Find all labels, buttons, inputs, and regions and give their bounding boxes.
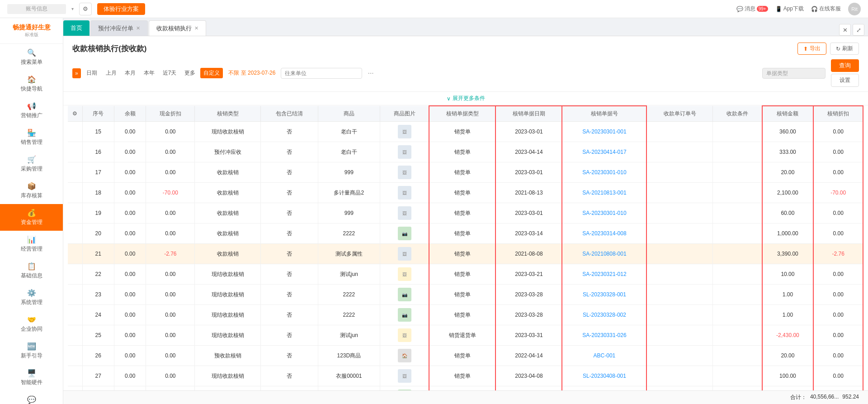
cell-cancel-bill-no[interactable]: SA-20210813-001 — [562, 183, 646, 203]
cell-cancel-discount: 0.00 — [813, 264, 863, 285]
bill-no-link[interactable]: SA-20230414-017 — [582, 149, 626, 155]
online-service-btn[interactable]: 🎧 在线客服 — [811, 5, 841, 13]
dropdown-arrow-icon[interactable]: ▾ — [71, 6, 74, 11]
cell-settings — [68, 162, 82, 183]
cell-receipt-order — [646, 244, 712, 264]
cell-idx: 21 — [82, 244, 114, 264]
cell-cancel-bill-no[interactable]: SL-20230328-002 — [562, 305, 646, 325]
query-btn[interactable]: 查询 — [831, 59, 859, 72]
cell-receipt-order — [646, 122, 712, 142]
cell-cancel-bill-no[interactable]: SA-20230321-012 — [562, 264, 646, 285]
cell-cancel-bill-no[interactable]: SA-20230301-010 — [562, 162, 646, 183]
messages-btn[interactable]: 💬 消息 99+ — [736, 5, 768, 13]
sidebar-item-sales[interactable]: 🏪 销售管理 — [0, 124, 63, 151]
sidebar-item-collab[interactable]: 🤝 企业协同 — [0, 311, 63, 337]
cell-product: 测试jun — [318, 325, 380, 346]
sidebar-item-wechat[interactable]: 💬 企业微信 — [0, 391, 63, 404]
cell-cancel-bill-no[interactable]: SA-20230414-017 — [562, 142, 646, 162]
tab-prepay[interactable]: 预付冲应付单 ✕ — [90, 20, 148, 36]
bill-no-link[interactable]: SA-20230301-010 — [582, 210, 626, 216]
single-type-select[interactable]: 单据类型 — [762, 68, 826, 79]
cell-cancel-type: 现结收款核销 — [195, 386, 261, 391]
refresh-btn[interactable]: ↻ 刷新 — [830, 43, 859, 55]
col-balance-header: 余额 — [114, 106, 146, 122]
messages-badge: 99+ — [757, 6, 768, 12]
sidebar-item-basic[interactable]: 📋 基础信息 — [0, 257, 63, 284]
expand-conditions-btn[interactable]: ∨ 展开更多条件 — [447, 95, 485, 102]
cell-settled: 否 — [260, 325, 318, 346]
sidebar-item-search[interactable]: 🔍 搜索菜单 — [0, 44, 63, 71]
date-btn-this-year[interactable]: 本年 — [141, 68, 158, 78]
cell-cancel-bill-no[interactable]: SA-20230301-001 — [562, 122, 646, 142]
bill-no-link[interactable]: SA-20230331-026 — [582, 332, 626, 338]
cell-cancel-bill-no[interactable]: ABC-001 — [562, 346, 646, 366]
cell-receipt-condition — [713, 223, 762, 244]
chevron-down-icon: ∨ — [447, 95, 451, 102]
export-btn[interactable]: ⬆ 导出 — [797, 43, 826, 55]
cell-idx: 27 — [82, 366, 114, 386]
sidebar-label-guide: 新手引导 — [21, 352, 42, 360]
tab-cancel-close-icon[interactable]: ✕ — [194, 25, 198, 31]
sidebar-item-inventory[interactable]: 📦 库存核算 — [0, 177, 63, 204]
filter-toggle-btn[interactable]: » — [72, 68, 81, 78]
cell-receipt-condition — [713, 366, 762, 386]
bill-no-link[interactable]: SL-20230328-002 — [583, 312, 626, 318]
messages-label: 消息 — [745, 5, 755, 13]
cell-cancel-bill-no[interactable]: SL-20230408-001 — [562, 366, 646, 386]
col-settings-header[interactable]: ⚙ — [68, 106, 82, 122]
app-download-btn[interactable]: 📱 App下载 — [775, 5, 804, 13]
bill-no-link[interactable]: SA-20230314-008 — [582, 230, 626, 237]
sidebar-item-operation[interactable]: 📊 经营管理 — [0, 231, 63, 257]
sidebar-item-quick[interactable]: 🏠 快捷导航 — [0, 71, 63, 97]
store-icon: 🏪 — [27, 128, 36, 137]
sidebar-item-marketing[interactable]: 📢 营销推广 — [0, 97, 63, 124]
cell-product: 123D商品 — [318, 346, 380, 366]
date-btn-more[interactable]: 更多 — [181, 68, 198, 78]
cell-cancel-bill-no[interactable]: SL-20230328-001 — [562, 285, 646, 305]
cell-cancel-bill-no[interactable]: SA-20230314-008 — [562, 223, 646, 244]
bill-no-link[interactable]: SA-20210808-001 — [582, 251, 626, 257]
date-btn-7days[interactable]: 近7天 — [160, 68, 180, 78]
sidebar-item-system[interactable]: ⚙️ 系统管理 — [0, 284, 63, 311]
tab-home[interactable]: 首页 — [63, 20, 90, 36]
cell-product: 2222 — [318, 223, 380, 244]
sidebar-item-hardware[interactable]: 🖥️ 智能硬件 — [0, 364, 63, 391]
date-btn-last-month[interactable]: 上月 — [103, 68, 120, 78]
close-tab-btn[interactable]: ✕ — [839, 24, 851, 36]
sidebar-item-guide[interactable]: 🆕 新手引导 — [0, 337, 63, 364]
bill-no-link[interactable]: SL-20230408-001 — [583, 373, 626, 379]
cell-cancel-bill-no[interactable]: SA-20210808-001 — [562, 244, 646, 264]
filter-settings-btn[interactable]: 设置 — [831, 74, 859, 87]
date-btn-custom[interactable]: 自定义 — [200, 68, 223, 78]
cell-cancel-bill-type: 销货单 — [429, 183, 495, 203]
cell-cancel-discount: 0.00 — [813, 122, 863, 142]
cell-cancel-discount: 0.00 — [813, 223, 863, 244]
tab-prepay-close-icon[interactable]: ✕ — [136, 25, 140, 31]
cell-cancel-amount: 20.00 — [762, 162, 814, 183]
cell-cancel-amount: 1,000.00 — [762, 223, 814, 244]
cell-cancel-bill-no[interactable]: SA-20230331-026 — [562, 325, 646, 346]
cell-cancel-amount: 1.00 — [762, 305, 814, 325]
bill-no-link[interactable]: ABC-001 — [594, 352, 616, 359]
bill-no-link[interactable]: SA-20210813-001 — [582, 190, 626, 196]
maximize-tab-btn[interactable]: ⤢ — [853, 24, 864, 36]
tab-prepay-label: 预付冲应付单 — [98, 24, 133, 33]
industry-btn[interactable]: 体验行业方案 — [97, 3, 145, 15]
sidebar-item-finance[interactable]: 💰 资金管理 — [0, 204, 63, 231]
cell-cancel-amount: 60.00 — [762, 203, 814, 223]
user-avatar[interactable]: Rit — [848, 3, 861, 15]
tab-cancel[interactable]: 收款核销执行 ✕ — [149, 20, 206, 36]
cell-cancel-bill-no[interactable]: SL-20230418-001 — [562, 386, 646, 391]
cell-cancel-bill-no[interactable]: SA-20230301-010 — [562, 203, 646, 223]
bill-no-link[interactable]: SL-20230328-001 — [583, 291, 626, 298]
bill-no-link[interactable]: SA-20230301-001 — [582, 128, 626, 135]
cell-cancel-amount: 360.00 — [762, 122, 814, 142]
cell-cancel-bill-date: 2023-03-31 — [495, 325, 562, 346]
date-btn-this-month[interactable]: 本月 — [122, 68, 139, 78]
bill-no-link[interactable]: SA-20230301-010 — [582, 169, 626, 176]
sidebar-item-purchase[interactable]: 🛒 采购管理 — [0, 151, 63, 177]
cell-receipt-condition — [713, 305, 762, 325]
bill-no-link[interactable]: SA-20230321-012 — [582, 271, 626, 277]
settings-icon[interactable]: ⚙ — [79, 3, 92, 15]
from-unit-input[interactable] — [281, 68, 362, 79]
